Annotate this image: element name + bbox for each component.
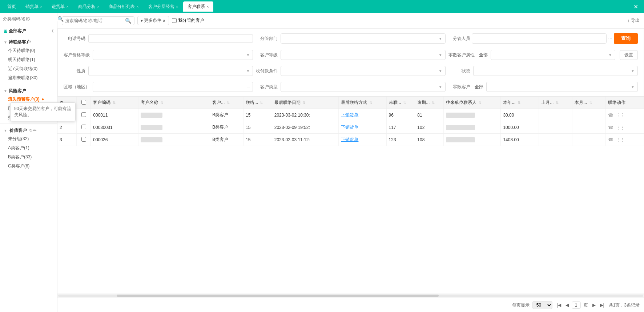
tab-analysis[interactable]: 商品分析 ×	[74, 1, 104, 12]
col-this-month-label: 本月...	[575, 100, 587, 105]
manager-dots[interactable]: ···	[608, 36, 612, 41]
col-contact[interactable]: 联络... ⇅	[243, 97, 272, 109]
col-name[interactable]: 客户名称 ⇅	[138, 97, 210, 109]
col-this-month[interactable]: 本月... ⇅	[572, 97, 606, 109]
action-contact-icon[interactable]: ☎	[608, 137, 613, 142]
sidebar-all-customers[interactable]: ⊞ 全部客户 《	[0, 25, 57, 37]
level-select[interactable]: ▼	[281, 50, 445, 60]
sidebar-group-value[interactable]: ▼ 价值客户 ↻ ✏	[0, 125, 57, 134]
current-page[interactable]: 1	[572, 301, 581, 309]
page-next-icon[interactable]: ▶	[591, 302, 597, 308]
region-select[interactable]: ···	[93, 82, 253, 92]
retail-attr-select[interactable]: ▼	[491, 50, 615, 60]
sidebar-item-a-class[interactable]: A类客户(1)	[0, 143, 57, 153]
tab-analysis-close[interactable]: ×	[97, 4, 99, 9]
setting-button[interactable]: 设置	[620, 50, 638, 60]
page-last-icon[interactable]: ▶|	[599, 302, 606, 308]
edit-icon[interactable]: ✏	[33, 128, 36, 133]
action-contact-icon[interactable]: ☎	[608, 113, 613, 118]
sidebar-item-7days[interactable]: 近7天待联络(0)	[0, 64, 57, 73]
action-more-icon[interactable]: ⋮⋮	[616, 137, 625, 142]
last-way-link[interactable]: 下销货单	[341, 125, 358, 130]
page-first-icon[interactable]: |◀	[555, 302, 563, 308]
tab-purchase[interactable]: 进货单 ×	[47, 1, 73, 12]
col-code[interactable]: 客户编码 ⇅	[91, 97, 138, 109]
cell-action[interactable]: ☎ ⋮⋮	[605, 121, 644, 134]
per-page-select[interactable]: 50 100 200	[532, 301, 552, 309]
tab-customer-layer[interactable]: 客户分层经营 ×	[144, 1, 182, 12]
filter-search-icon[interactable]: 🔍	[125, 18, 131, 24]
phone-input[interactable]	[88, 34, 253, 43]
action-contact-icon[interactable]: ☎	[608, 125, 613, 130]
my-customers-checkbox[interactable]: 我分管的客户	[172, 17, 204, 24]
tab-sales[interactable]: 销货单 ×	[21, 1, 47, 12]
last-way-link[interactable]: 下销货单	[341, 112, 358, 117]
col-last-date[interactable]: 最后联络日期 ⇅	[272, 97, 339, 109]
item-c-class-label: C类客户(6)	[8, 163, 29, 169]
tab-customer-layer-close[interactable]: ×	[176, 4, 178, 9]
col-overdue-label: 逾期...	[417, 100, 430, 105]
cell-checkbox[interactable]	[76, 109, 90, 121]
customer-type-select[interactable]: ▼	[281, 82, 445, 92]
status-select[interactable]: ▼	[473, 66, 638, 76]
tab-home[interactable]: 首页	[3, 1, 20, 12]
row-checkbox-1[interactable]	[81, 125, 86, 129]
export-btn[interactable]: ↑ 导出	[627, 17, 640, 24]
filter-search-input[interactable]	[65, 18, 125, 23]
more-conditions-btn[interactable]: ▾ 更多条件 ∧	[137, 16, 169, 25]
row-checkbox-0[interactable]	[81, 112, 86, 117]
tab-purchase-close[interactable]: ×	[66, 4, 68, 9]
row-checkbox-2[interactable]	[81, 137, 86, 142]
page-prev-icon[interactable]: ◀	[564, 302, 570, 308]
sidebar-item-c-class[interactable]: C类客户(6)	[0, 162, 57, 171]
sidebar-group-pending[interactable]: ▼ 待联络客户	[0, 37, 57, 46]
sidebar-group-risk[interactable]: ▼ 风险客户	[0, 86, 57, 95]
cell-checkbox[interactable]	[76, 121, 90, 134]
window-close-icon[interactable]: ✕	[631, 3, 641, 10]
nature-select[interactable]: ▼	[88, 66, 253, 76]
tab-customer-contact-close[interactable]: ×	[206, 4, 209, 9]
payment-arrow: ▼	[439, 69, 442, 73]
tab-customer-contact[interactable]: 客户联系 ×	[183, 1, 213, 12]
horizontal-scrollbar[interactable]	[57, 293, 644, 298]
retail-select[interactable]: ▼	[486, 82, 638, 92]
price-select[interactable]: ▼	[93, 50, 253, 60]
sidebar-item-overdue[interactable]: 逾期未联络(30)	[0, 73, 57, 82]
action-more-icon[interactable]: ⋮⋮	[616, 113, 625, 118]
tab-sales-close[interactable]: ×	[40, 4, 42, 9]
col-this-year[interactable]: 本年... ⇅	[501, 97, 539, 109]
col-last-way[interactable]: 最后联络方式 ⇅	[339, 97, 386, 109]
manager-select[interactable]	[472, 33, 607, 44]
action-more-icon[interactable]: ⋮⋮	[616, 125, 625, 130]
col-uncontacted[interactable]: 未联... ⇅	[386, 97, 415, 109]
col-checkbox[interactable]	[76, 97, 90, 109]
cell-checkbox[interactable]	[76, 134, 90, 146]
query-button[interactable]: 查询	[614, 33, 638, 44]
cell-action[interactable]: ☎ ⋮⋮	[605, 134, 644, 146]
dept-select[interactable]: ▼	[281, 33, 445, 44]
cell-action[interactable]: ☎ ⋮⋮	[605, 109, 644, 121]
col-unit-contact[interactable]: 往来单位联系人 ⇅	[443, 97, 500, 109]
sidebar-item-today[interactable]: 今天待联络(0)	[0, 46, 57, 55]
cell-last-way[interactable]: 下销货单	[339, 109, 386, 121]
last-way-link[interactable]: 下销货单	[341, 137, 358, 142]
cell-last-way[interactable]: 下销货单	[339, 121, 386, 134]
col-overdue[interactable]: 逾期... ⇅	[415, 97, 444, 109]
sidebar-collapse-icon[interactable]: 《	[50, 29, 53, 34]
sidebar-search-input[interactable]	[3, 16, 57, 21]
refresh-icon[interactable]: ↻	[29, 128, 32, 133]
sidebar-item-ungroup[interactable]: 未分组(32)	[0, 134, 57, 143]
col-last-month[interactable]: 上月... ⇅	[539, 97, 572, 109]
filter-row-region: 区域（地区） ···	[64, 80, 253, 93]
select-all-checkbox[interactable]	[81, 100, 86, 105]
my-customers-check[interactable]	[172, 18, 177, 23]
col-type[interactable]: 客户... ⇅	[210, 97, 243, 109]
tab-analysis-list[interactable]: 商品分析列表 ×	[104, 1, 143, 12]
scrollbar-thumb[interactable]	[117, 295, 439, 297]
sidebar-item-b-class[interactable]: B类客户(33)	[0, 153, 57, 162]
payment-select[interactable]: ▼	[281, 66, 445, 76]
total-label: 共1页，3条记录	[609, 302, 640, 308]
sidebar-item-tomorrow[interactable]: 明天待联络(1)	[0, 55, 57, 64]
cell-last-way[interactable]: 下销货单	[339, 134, 386, 146]
tab-analysis-list-close[interactable]: ×	[136, 4, 138, 9]
